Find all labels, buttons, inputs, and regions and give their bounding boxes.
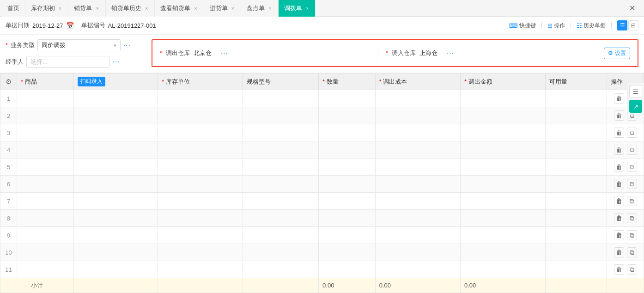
- delete-icon-2[interactable]: 🗑: [614, 110, 624, 121]
- out-warehouse-more-button[interactable]: ···: [221, 49, 228, 57]
- tab-view-sales[interactable]: 查看销货单 ×: [155, 0, 204, 17]
- delete-icon-4[interactable]: 🗑: [614, 145, 624, 155]
- copy-icon-6[interactable]: ⧉: [627, 179, 637, 189]
- row-6-spec[interactable]: [243, 176, 319, 193]
- row-5-spec[interactable]: [243, 159, 319, 176]
- row-2-qty[interactable]: [319, 107, 376, 124]
- row-3-cost[interactable]: [375, 124, 460, 141]
- row-3-qty[interactable]: [319, 124, 376, 141]
- row-5-unit[interactable]: [158, 159, 243, 176]
- row-2-amount[interactable]: [460, 107, 545, 124]
- row-4-qty[interactable]: [319, 141, 376, 159]
- row-1-spec[interactable]: [243, 90, 319, 107]
- row-1-qty[interactable]: [319, 90, 376, 107]
- settings-button[interactable]: ⚙ 设置: [604, 48, 630, 59]
- row-6-amount[interactable]: [460, 176, 545, 193]
- delete-icon-7[interactable]: 🗑: [614, 196, 624, 206]
- delete-icon-3[interactable]: 🗑: [614, 128, 624, 138]
- row-10-cost[interactable]: [375, 244, 460, 261]
- row-5-amount[interactable]: [460, 159, 545, 176]
- row-2-unit[interactable]: [158, 107, 243, 124]
- copy-icon-3[interactable]: ⧉: [627, 128, 637, 138]
- side-expand-button[interactable]: ↗: [629, 100, 642, 113]
- tab-sales-order[interactable]: 销货单 ×: [68, 0, 105, 17]
- row-8-amount[interactable]: [460, 210, 545, 227]
- row-4-cost[interactable]: [375, 141, 460, 159]
- copy-icon-11[interactable]: ⧉: [627, 264, 637, 275]
- row-9-amount[interactable]: [460, 227, 545, 244]
- delete-icon-10[interactable]: 🗑: [614, 247, 624, 257]
- history-button[interactable]: ☷ 历史单据: [577, 22, 606, 30]
- row-2-cost[interactable]: [375, 107, 460, 124]
- row-11-spec[interactable]: [243, 261, 319, 278]
- row-5-cost[interactable]: [375, 159, 460, 176]
- delete-icon-11[interactable]: 🗑: [614, 264, 624, 275]
- row-9-cost[interactable]: [375, 227, 460, 244]
- tab-home[interactable]: 首页: [2, 0, 25, 17]
- copy-icon-5[interactable]: ⧉: [627, 162, 637, 172]
- row-11-unit[interactable]: [158, 261, 243, 278]
- tab-view-sales-close[interactable]: ×: [193, 5, 198, 12]
- row-8-product[interactable]: [17, 210, 74, 227]
- row-8-unit[interactable]: [158, 210, 243, 227]
- row-4-unit[interactable]: [158, 141, 243, 159]
- row-6-cost[interactable]: [375, 176, 460, 193]
- row-5-qty[interactable]: [319, 159, 376, 176]
- operation-button[interactable]: ⊞ 操作: [547, 22, 565, 30]
- row-7-unit[interactable]: [158, 193, 243, 210]
- row-9-qty[interactable]: [319, 227, 376, 244]
- tab-transfer[interactable]: 调拨单 ×: [279, 0, 316, 17]
- window-close-button[interactable]: ✕: [626, 2, 638, 15]
- delete-icon-6[interactable]: 🗑: [614, 179, 624, 189]
- tab-inventory[interactable]: 盘点单 ×: [241, 0, 278, 17]
- scan-button[interactable]: 扫码录入: [78, 77, 105, 86]
- row-8-cost[interactable]: [375, 210, 460, 227]
- business-type-more-button[interactable]: ···: [123, 41, 131, 49]
- row-1-product[interactable]: [17, 90, 74, 107]
- tab-transfer-close[interactable]: ×: [305, 5, 310, 12]
- row-1-unit[interactable]: [158, 90, 243, 107]
- row-8-spec[interactable]: [243, 210, 319, 227]
- layout-grid-button[interactable]: ⊟: [628, 20, 638, 31]
- row-3-amount[interactable]: [460, 124, 545, 141]
- copy-icon-4[interactable]: ⧉: [627, 145, 637, 155]
- row-11-qty[interactable]: [319, 261, 376, 278]
- row-7-qty[interactable]: [319, 193, 376, 210]
- row-2-product[interactable]: [17, 107, 74, 124]
- row-3-spec[interactable]: [243, 124, 319, 141]
- row-8-qty[interactable]: [319, 210, 376, 227]
- row-4-spec[interactable]: [243, 141, 319, 159]
- delete-icon-5[interactable]: 🗑: [614, 162, 624, 172]
- tab-inventory-close[interactable]: ×: [267, 5, 272, 12]
- column-gear[interactable]: ⚙: [0, 73, 17, 90]
- row-6-qty[interactable]: [319, 176, 376, 193]
- tab-purchase[interactable]: 进货单 ×: [204, 0, 241, 17]
- row-3-product[interactable]: [17, 124, 74, 141]
- side-list-button[interactable]: ☰: [629, 85, 642, 98]
- row-10-amount[interactable]: [460, 244, 545, 261]
- row-2-spec[interactable]: [243, 107, 319, 124]
- row-9-unit[interactable]: [158, 227, 243, 244]
- row-11-cost[interactable]: [375, 261, 460, 278]
- business-type-select[interactable]: 同价调拨 ▾: [37, 39, 121, 51]
- row-7-product[interactable]: [17, 193, 74, 210]
- copy-icon-10[interactable]: ⧉: [627, 247, 637, 257]
- row-10-unit[interactable]: [158, 244, 243, 261]
- row-10-qty[interactable]: [319, 244, 376, 261]
- row-10-product[interactable]: [17, 244, 74, 261]
- delete-icon-1[interactable]: 🗑: [614, 93, 624, 104]
- tab-purchase-close[interactable]: ×: [231, 5, 235, 12]
- copy-icon-7[interactable]: ⧉: [627, 196, 637, 206]
- row-5-product[interactable]: [17, 159, 74, 176]
- row-4-amount[interactable]: [460, 141, 545, 159]
- copy-icon-8[interactable]: ⧉: [627, 213, 637, 223]
- row-3-unit[interactable]: [158, 124, 243, 141]
- tab-sales-order-close[interactable]: ×: [95, 5, 99, 12]
- row-1-amount[interactable]: [460, 90, 545, 107]
- layout-list-button[interactable]: ☰: [617, 20, 627, 31]
- row-6-product[interactable]: [17, 176, 74, 193]
- tab-inventory-init-close[interactable]: ×: [58, 5, 62, 12]
- tab-inventory-init[interactable]: 库存期初 ×: [25, 0, 68, 17]
- row-7-spec[interactable]: [243, 193, 319, 210]
- row-7-cost[interactable]: [375, 193, 460, 210]
